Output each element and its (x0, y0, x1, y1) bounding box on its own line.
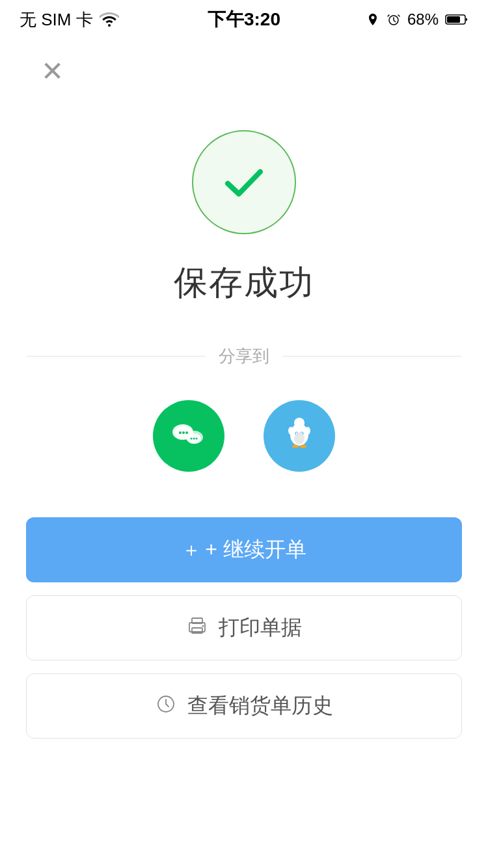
buttons-section: ＋ + 继续开单 打印单据 查看销货单历 (26, 517, 462, 739)
print-button[interactable]: 打印单据 (26, 595, 462, 660)
divider-right (282, 356, 462, 357)
clock-icon (155, 693, 177, 720)
status-time: 下午3:20 (208, 7, 280, 32)
svg-point-28 (202, 625, 204, 627)
svg-point-24 (305, 427, 310, 435)
printer-svg (186, 615, 208, 637)
history-button[interactable]: 查看销货单历史 (26, 673, 462, 739)
location-icon (366, 12, 380, 27)
status-bar: 无 SIM 卡 下午3:20 68% (0, 0, 488, 39)
clock-svg (155, 693, 177, 715)
battery-icon (445, 14, 468, 25)
close-button[interactable]: ✕ (33, 52, 72, 91)
qq-share-button[interactable] (264, 400, 335, 472)
wechat-icon (168, 415, 210, 457)
svg-point-11 (193, 438, 195, 440)
no-sim-text: 无 SIM 卡 (20, 8, 93, 31)
printer-icon (186, 615, 208, 642)
svg-rect-2 (447, 16, 460, 23)
svg-point-12 (196, 438, 198, 440)
print-label: 打印单据 (219, 614, 302, 642)
share-divider-row: 分享到 (26, 345, 462, 368)
svg-point-10 (191, 438, 193, 440)
status-right: 68% (366, 10, 468, 29)
history-label: 查看销货单历史 (187, 692, 333, 720)
status-left: 无 SIM 卡 (20, 8, 119, 31)
main-content: ✕ 保存成功 分享到 (0, 39, 488, 868)
success-title: 保存成功 (174, 260, 314, 306)
battery-percent: 68% (407, 10, 439, 29)
share-label: 分享到 (219, 345, 269, 368)
continue-label: + 继续开单 (205, 536, 306, 564)
share-icons (153, 400, 335, 472)
divider-left (26, 356, 206, 357)
plus-icon: ＋ (182, 537, 201, 563)
alarm-icon (386, 12, 401, 27)
close-icon: ✕ (41, 58, 64, 85)
qq-icon (278, 415, 320, 457)
svg-point-21 (300, 445, 306, 448)
share-section: 分享到 (26, 345, 462, 472)
wechat-share-button[interactable] (153, 400, 224, 472)
wifi-icon (100, 12, 119, 27)
svg-point-20 (292, 445, 299, 448)
svg-point-8 (185, 431, 188, 434)
svg-point-22 (294, 433, 305, 444)
svg-point-14 (294, 418, 305, 428)
checkmark-icon (218, 156, 270, 208)
svg-point-7 (182, 431, 185, 434)
svg-point-6 (179, 431, 182, 434)
continue-button[interactable]: ＋ + 继续开单 (26, 517, 462, 582)
success-circle (192, 130, 296, 234)
svg-point-23 (288, 427, 293, 435)
